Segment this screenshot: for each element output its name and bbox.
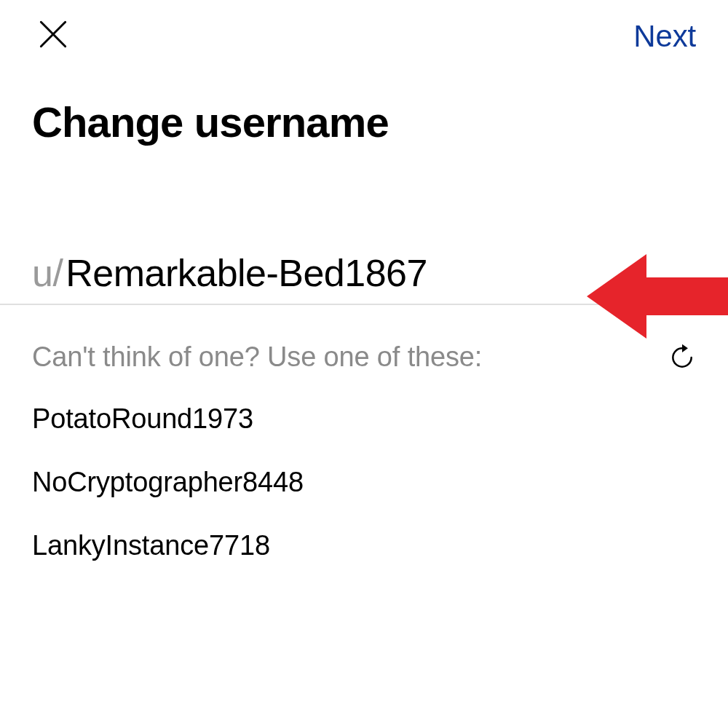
svg-marker-3 bbox=[682, 344, 688, 352]
close-icon bbox=[35, 16, 71, 52]
suggestions-label: Can't think of one? Use one of these: bbox=[32, 341, 482, 373]
refresh-icon bbox=[668, 344, 696, 371]
suggestion-item[interactable]: LankyInstance7718 bbox=[32, 530, 696, 561]
suggestions-header: Can't think of one? Use one of these: bbox=[32, 341, 696, 373]
refresh-button[interactable] bbox=[668, 344, 696, 371]
next-button[interactable]: Next bbox=[633, 19, 696, 54]
suggestions-section: Can't think of one? Use one of these: Po… bbox=[0, 341, 728, 561]
username-field[interactable]: u/ bbox=[0, 251, 728, 305]
page-title: Change username bbox=[0, 54, 728, 146]
close-button[interactable] bbox=[35, 16, 71, 52]
username-input[interactable] bbox=[66, 251, 696, 295]
suggestion-item[interactable]: PotatoRound1973 bbox=[32, 403, 696, 435]
header: Next bbox=[0, 0, 728, 54]
username-prefix: u/ bbox=[32, 251, 63, 295]
suggestion-item[interactable]: NoCryptographer8448 bbox=[32, 467, 696, 498]
